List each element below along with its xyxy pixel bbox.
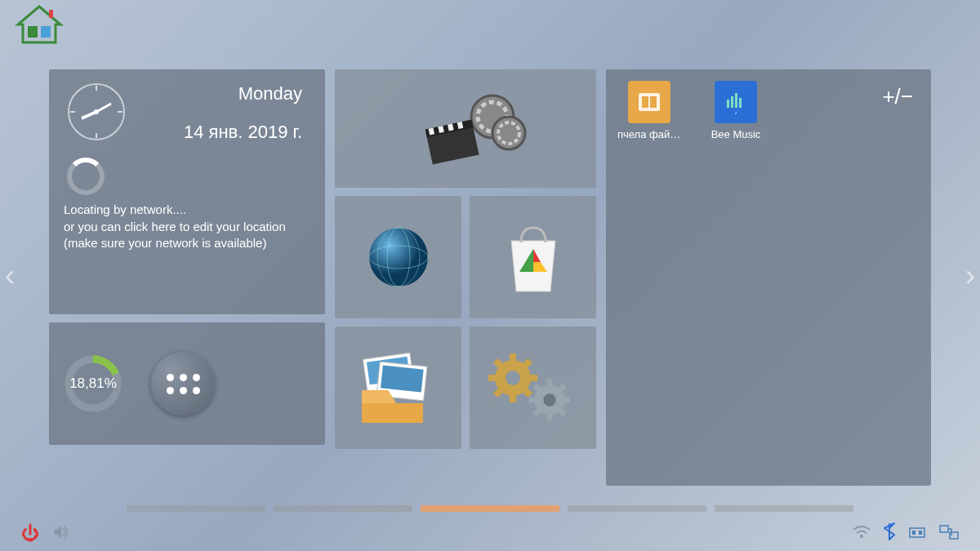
- store-tile[interactable]: [470, 196, 596, 318]
- svg-rect-51: [564, 398, 571, 403]
- nav-left-arrow[interactable]: ‹: [5, 259, 15, 293]
- music-app-icon: ♪: [715, 81, 757, 123]
- svg-rect-66: [912, 531, 915, 535]
- page-dot[interactable]: [715, 505, 853, 512]
- settings-tile[interactable]: [470, 327, 596, 449]
- svg-point-37: [506, 371, 520, 385]
- store-icon: [497, 216, 570, 298]
- usb-icon[interactable]: [908, 525, 926, 543]
- svg-rect-50: [528, 398, 536, 403]
- svg-point-47: [543, 393, 555, 406]
- page-dot[interactable]: [274, 505, 412, 512]
- svg-rect-41: [529, 375, 537, 381]
- svg-rect-3: [41, 26, 51, 38]
- memory-ring[interactable]: 18,81%: [64, 354, 122, 413]
- apps-icon: [167, 374, 200, 394]
- add-remove-button[interactable]: +/−: [875, 81, 920, 113]
- volume-icon[interactable]: [52, 524, 70, 544]
- svg-rect-35: [380, 365, 423, 392]
- favorites-panel: пчела файл... ♪ Bee Music +/−: [606, 69, 931, 486]
- media-tile[interactable]: [335, 69, 596, 188]
- svg-marker-0: [18, 7, 60, 42]
- status-bar: ⏻: [0, 517, 980, 551]
- svg-rect-56: [639, 93, 660, 111]
- svg-point-64: [860, 535, 863, 538]
- clock-weather-tile[interactable]: Monday 14 янв. 2019 г. Locating by netwo…: [49, 69, 325, 314]
- svg-rect-1: [49, 10, 53, 18]
- all-apps-button[interactable]: [151, 352, 215, 415]
- svg-rect-40: [488, 375, 497, 381]
- svg-rect-39: [510, 394, 516, 402]
- app-shortcut-music-label: Bee Music: [704, 128, 768, 140]
- svg-rect-2: [28, 26, 38, 38]
- settings-icon: [484, 347, 582, 429]
- svg-rect-61: [735, 93, 737, 108]
- memory-percent-label: 18,81%: [64, 354, 122, 413]
- file-app-icon: [628, 81, 670, 123]
- loading-icon: [67, 158, 105, 195]
- page-indicator: [0, 505, 980, 512]
- wifi-icon[interactable]: [853, 525, 871, 543]
- globe-icon: [362, 220, 435, 294]
- home-icon[interactable]: [15, 5, 64, 46]
- app-shortcut-file-label: пчела файл...: [617, 128, 681, 140]
- clock-icon: [64, 79, 129, 144]
- date-label: 14 янв. 2019 г.: [140, 118, 302, 146]
- app-shortcut-file[interactable]: пчела файл...: [617, 81, 681, 140]
- svg-rect-48: [546, 380, 552, 387]
- weekday-label: Monday: [140, 79, 302, 108]
- page-dot[interactable]: [127, 505, 265, 512]
- media-icon: [404, 88, 527, 170]
- browser-tile[interactable]: [335, 196, 461, 318]
- svg-rect-67: [919, 531, 922, 535]
- nav-right-arrow[interactable]: ›: [965, 259, 975, 293]
- svg-rect-65: [910, 528, 924, 537]
- svg-rect-68: [940, 526, 948, 532]
- ethernet-icon[interactable]: [939, 525, 959, 543]
- weather-status-text: Locating by network.... or you can click…: [64, 202, 310, 251]
- svg-point-24: [369, 228, 428, 287]
- power-icon[interactable]: ⏻: [21, 523, 39, 544]
- svg-rect-49: [546, 414, 552, 421]
- memory-apps-tile: 18,81%: [49, 322, 325, 445]
- svg-rect-62: [739, 98, 742, 108]
- page-dot[interactable]: [421, 505, 559, 512]
- svg-rect-60: [731, 96, 733, 108]
- gallery-icon: [354, 349, 443, 427]
- svg-rect-59: [727, 100, 729, 108]
- bluetooth-icon[interactable]: [884, 522, 895, 545]
- svg-rect-58: [650, 96, 657, 108]
- svg-point-11: [94, 109, 99, 114]
- svg-line-9: [96, 104, 111, 112]
- svg-text:♪: ♪: [735, 110, 737, 115]
- gallery-tile[interactable]: [335, 327, 461, 449]
- svg-rect-38: [510, 353, 516, 362]
- svg-rect-57: [642, 96, 648, 108]
- launcher-grid: Monday 14 янв. 2019 г. Locating by netwo…: [49, 69, 931, 486]
- page-dot[interactable]: [568, 505, 706, 512]
- app-shortcut-music[interactable]: ♪ Bee Music: [704, 81, 768, 140]
